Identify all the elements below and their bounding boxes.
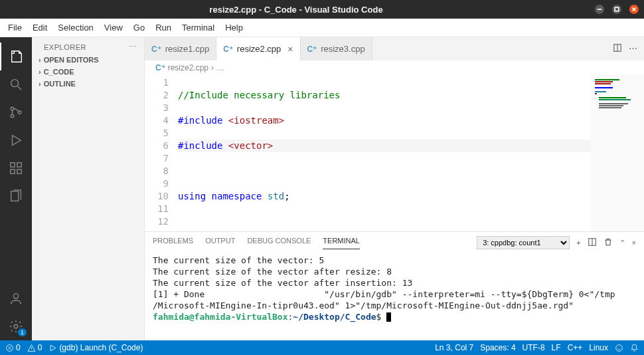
cpp-icon: C⁺ <box>223 45 233 54</box>
window-title: resize2.cpp - C_Code - Visual Studio Cod… <box>5 5 587 15</box>
svg-point-4 <box>11 80 19 87</box>
status-spaces[interactable]: Spaces: 4 <box>480 343 515 352</box>
activity-files[interactable] <box>0 182 32 210</box>
panel-tab-terminal[interactable]: TERMINAL <box>323 237 360 249</box>
close-panel-icon[interactable]: × <box>632 239 636 247</box>
svg-rect-13 <box>17 170 21 174</box>
activity-debug[interactable] <box>0 126 32 154</box>
cpp-icon: C⁺ <box>151 45 161 54</box>
status-bell-icon[interactable] <box>630 344 639 352</box>
section-open-editors[interactable]: OPEN EDITORS <box>32 54 144 66</box>
section-outline[interactable]: OUTLINE <box>32 78 144 90</box>
status-warnings[interactable]: 0 <box>27 343 42 352</box>
panel: PROBLEMS OUTPUT DEBUG CONSOLE TERMINAL 3… <box>145 231 644 340</box>
minimize-button[interactable] <box>595 5 604 14</box>
svg-rect-1 <box>615 7 619 11</box>
menu-help[interactable]: Help <box>220 20 248 35</box>
menu-go[interactable]: Go <box>128 20 150 35</box>
panel-tab-output[interactable]: OUTPUT <box>205 237 235 249</box>
status-language[interactable]: C++ <box>568 343 583 352</box>
section-workspace[interactable]: C_CODE <box>32 66 144 78</box>
sidebar-more-icon[interactable]: ⋯ <box>129 43 136 51</box>
activity-extensions[interactable] <box>0 154 32 182</box>
panel-tabs: PROBLEMS OUTPUT DEBUG CONSOLE TERMINAL 3… <box>145 232 644 249</box>
chevron-up-icon[interactable]: ⌃ <box>619 239 625 247</box>
svg-point-15 <box>13 294 18 298</box>
activity-search[interactable] <box>0 70 32 98</box>
menu-file[interactable]: File <box>3 20 27 35</box>
panel-tab-problems[interactable]: PROBLEMS <box>153 237 193 249</box>
svg-point-6 <box>11 107 14 110</box>
window-close-button[interactable] <box>629 5 639 14</box>
sidebar-explorer: EXPLORER ⋯ OPEN EDITORS C_CODE OUTLINE <box>32 37 145 340</box>
activity-settings[interactable]: 1 <box>0 312 32 340</box>
trash-icon[interactable] <box>604 237 613 248</box>
status-errors[interactable]: 0 <box>5 343 21 352</box>
tab-resize2[interactable]: C⁺resize2.cpp× <box>216 37 300 60</box>
menu-terminal[interactable]: Terminal <box>177 20 220 35</box>
cpp-icon: C⁺ <box>155 63 165 72</box>
maximize-button[interactable] <box>612 5 621 14</box>
new-terminal-icon[interactable]: + <box>576 239 580 247</box>
code-content[interactable]: //Include necessary libraries #include <… <box>178 75 591 231</box>
title-bar: resize2.cpp - C_Code - Visual Studio Cod… <box>0 0 644 19</box>
editor-tabs: C⁺resize1.cpp C⁺resize2.cpp× C⁺resize3.c… <box>145 37 644 60</box>
menu-edit[interactable]: Edit <box>27 20 52 35</box>
activity-account[interactable] <box>0 285 32 312</box>
activity-bar: 1 <box>0 37 32 340</box>
status-line-col[interactable]: Ln 3, Col 7 <box>435 343 473 352</box>
split-terminal-icon[interactable] <box>588 237 597 248</box>
svg-rect-10 <box>11 163 15 167</box>
svg-rect-12 <box>11 170 15 174</box>
panel-tab-debug[interactable]: DEBUG CONSOLE <box>247 237 311 249</box>
terminal-output[interactable]: The current size of the vector: 5The cur… <box>145 249 644 340</box>
sidebar-title: EXPLORER <box>44 43 129 51</box>
settings-badge: 1 <box>18 328 27 336</box>
svg-line-5 <box>18 86 22 90</box>
split-editor-icon[interactable] <box>613 43 622 55</box>
more-icon[interactable]: ⋯ <box>629 43 637 55</box>
editor-area: C⁺resize1.cpp C⁺resize2.cpp× C⁺resize3.c… <box>145 37 644 340</box>
sidebar-header: EXPLORER ⋯ <box>32 37 144 54</box>
status-feedback-icon[interactable] <box>615 344 623 352</box>
svg-point-16 <box>14 324 18 328</box>
terminal-selector[interactable]: 3: cppdbg: count1 <box>477 236 570 249</box>
svg-point-7 <box>11 114 14 118</box>
svg-point-26 <box>616 344 623 351</box>
status-launch[interactable]: (gdb) Launch (C_Code) <box>48 343 143 352</box>
svg-rect-14 <box>11 191 19 201</box>
status-eol[interactable]: LF <box>552 343 561 352</box>
breadcrumb[interactable]: C⁺ resize2.cpp › … <box>145 60 644 75</box>
chevron-right-icon: › <box>211 63 214 72</box>
close-icon[interactable]: × <box>285 44 293 55</box>
cpp-icon: C⁺ <box>307 45 317 54</box>
menu-run[interactable]: Run <box>150 20 177 35</box>
menu-selection[interactable]: Selection <box>52 20 98 35</box>
minimap[interactable] <box>591 75 644 231</box>
status-bar: 0 0 (gdb) Launch (C_Code) Ln 3, Col 7 Sp… <box>0 340 644 355</box>
svg-rect-11 <box>17 163 21 167</box>
tab-resize3[interactable]: C⁺resize3.cpp <box>301 37 372 60</box>
menu-bar: File Edit Selection View Go Run Terminal… <box>0 19 644 37</box>
status-os[interactable]: Linux <box>589 343 608 352</box>
terminal-cursor <box>386 312 391 322</box>
tab-resize1[interactable]: C⁺resize1.cpp <box>145 37 216 60</box>
code-editor[interactable]: 123456789101112 //Include necessary libr… <box>145 75 644 231</box>
line-gutter: 123456789101112 <box>145 75 178 231</box>
svg-marker-25 <box>51 345 56 351</box>
activity-explorer[interactable] <box>0 43 32 70</box>
status-encoding[interactable]: UTF-8 <box>523 343 545 352</box>
svg-marker-9 <box>13 136 21 146</box>
activity-scm[interactable] <box>0 98 32 126</box>
menu-view[interactable]: View <box>99 20 128 35</box>
